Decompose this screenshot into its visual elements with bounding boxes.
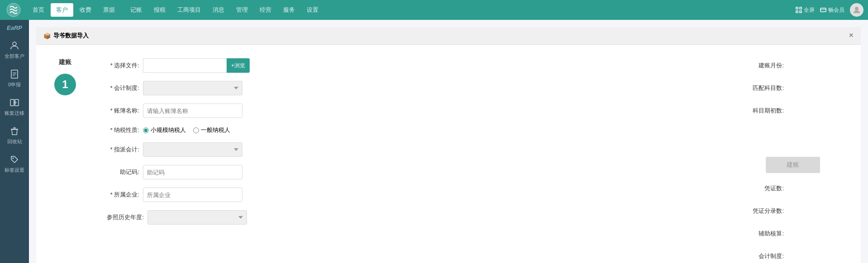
dialog-close-button[interactable]: × [849,31,854,40]
sidebar-item-recycle[interactable]: 回收站 [0,122,29,149]
svg-rect-9 [10,99,14,106]
tax-type-label: * 纳税性质: [103,126,139,134]
ledger-name-input[interactable] [143,103,242,118]
file-row: * 选择文件: +浏览 [103,58,716,73]
browse-button[interactable]: +浏览 [227,58,250,73]
sidebar-label-recycle: 回收站 [7,138,22,145]
earp-logo-text: EaRP [7,24,22,31]
nav-customer[interactable]: 客户 [51,3,73,17]
nav-accounts[interactable]: 记账 [125,3,147,17]
import-icon: 📦 [43,33,51,39]
nav-operation[interactable]: 经营 [254,3,277,17]
sidebar-item-declaration[interactable]: 0申报 [0,65,29,92]
nav-right: 全屏 畅会员 [796,3,863,17]
auxiliary-label: 辅助核算: [743,230,784,238]
tax-type-radio-group: 小规模纳税人 一般纳税人 [143,126,716,134]
dialog-title: 导爷数据导入 [53,32,89,40]
sidebar-item-all-customers[interactable]: 全部客户 [0,37,29,63]
tax-general-radio[interactable]: 一般纳税人 [193,126,230,134]
svg-rect-10 [15,99,19,106]
accounting-system-select[interactable] [143,81,242,95]
svg-point-6 [855,7,859,10]
tax-small-radio[interactable]: 小规模纳税人 [143,126,186,134]
subject-opening-label: 科目期初数: [743,107,784,115]
svg-rect-4 [800,11,802,13]
fullscreen-button[interactable]: 全屏 [796,6,815,14]
dialog-card: 📦 导爷数据导入 × 建账 1 * 选择文件: [36,27,861,263]
nav-home[interactable]: 首页 [27,3,50,17]
main-layout: EaRP 全部客户 0申报 账套迁移 回收站 [0,20,868,263]
vip-label: 畅会员 [828,6,844,14]
logo[interactable] [5,1,23,19]
svg-rect-3 [796,11,798,13]
svg-rect-2 [800,7,802,9]
dialog-header: 📦 导爷数据导入 × [36,27,861,45]
account-month-label: 建账月份: [743,61,784,70]
tax-small-radio-input[interactable] [143,127,149,133]
svg-point-7 [13,42,16,46]
voucher-entries-label: 凭证分录数: [743,207,784,215]
nav-settings[interactable]: 设置 [301,3,324,17]
sidebar-label-all-customers: 全部客户 [5,53,24,60]
dialog-body: 建账 1 * 选择文件: +浏览 * 会计制度: [36,45,861,263]
account-month-row: 建账月份: [743,58,843,73]
ledger-name-row: * 账簿名称: [103,103,716,118]
top-nav: 首页 客户 收费 票据 记账 报税 工商项目 消息 管理 经营 服务 设置 全屏… [0,0,868,20]
fullscreen-label: 全屏 [804,6,815,14]
voucher-count-row: 凭证数: [743,181,843,196]
file-input-wrap: +浏览 [143,58,242,73]
nav-tax[interactable]: 报税 [148,3,171,17]
step-circle: 1 [54,74,76,95]
accountant-row: * 指派会计: [103,142,716,157]
vip-button[interactable]: 畅会员 [820,6,844,14]
match-subjects-label: 匹配科目数: [743,84,784,92]
nav-items: 首页 客户 收费 票据 记账 报税 工商项目 消息 管理 经营 服务 设置 [27,3,796,17]
build-btn-container: 建账 [743,130,843,173]
sidebar-label-tag-settings: 标签设置 [5,167,24,174]
form-section: * 选择文件: +浏览 * 会计制度: [103,58,716,263]
avatar[interactable] [850,3,863,17]
step-section: 建账 1 [54,58,76,263]
company-input[interactable] [143,188,242,202]
match-subjects-row: 匹配科目数: [743,81,843,95]
history-year-select[interactable] [147,210,247,225]
ledger-name-label: * 账簿名称: [103,107,139,115]
file-label: * 选择文件: [103,61,139,70]
file-input[interactable] [143,58,227,73]
sidebar-item-account-migration[interactable]: 账套迁移 [0,94,29,120]
sidebar-label-declaration: 0申报 [8,81,21,88]
tax-small-label: 小规模纳税人 [151,126,186,134]
memo-row: 助记码: [103,165,716,179]
svg-point-11 [13,158,14,159]
accounting-system-info-row: 会计制度: [743,249,843,263]
accountant-select[interactable] [143,142,242,157]
voucher-entries-row: 凭证分录数: [743,204,843,218]
info-section: 建账月份: 匹配科目数: 科目期初数: 建账 [743,58,843,263]
accountant-label: * 指派会计: [103,146,139,154]
accounting-system-row: * 会计制度: [103,81,716,95]
sidebar-label-account-migration: 账套迁移 [5,110,24,117]
nav-service[interactable]: 服务 [278,3,300,17]
content-area: 📦 导爷数据导入 × 建账 1 * 选择文件: [29,20,868,263]
voucher-count-label: 凭证数: [743,184,784,193]
history-year-label: 参照历史年度: [103,213,144,221]
person-icon [9,40,20,51]
company-row: * 所属企业: [103,188,716,202]
tax-general-label: 一般纳税人 [201,126,230,134]
nav-manage[interactable]: 管理 [231,3,253,17]
company-label: * 所属企业: [103,191,139,199]
svg-rect-5 [821,8,826,12]
nav-message[interactable]: 消息 [207,3,230,17]
declaration-icon [9,69,20,80]
memo-label: 助记码: [103,168,139,176]
nav-billing[interactable]: 收费 [74,3,97,17]
memo-input[interactable] [143,165,242,179]
nav-invoice[interactable]: 票据 [98,3,124,17]
nav-industry[interactable]: 工商项目 [172,3,206,17]
sidebar: EaRP 全部客户 0申报 账套迁移 回收站 [0,20,29,263]
build-account-button[interactable]: 建账 [766,157,820,173]
subject-opening-row: 科目期初数: [743,103,843,118]
tax-general-radio-input[interactable] [193,127,199,133]
sidebar-item-tag-settings[interactable]: 标签设置 [0,150,29,177]
accounting-system-label: * 会计制度: [103,84,139,92]
